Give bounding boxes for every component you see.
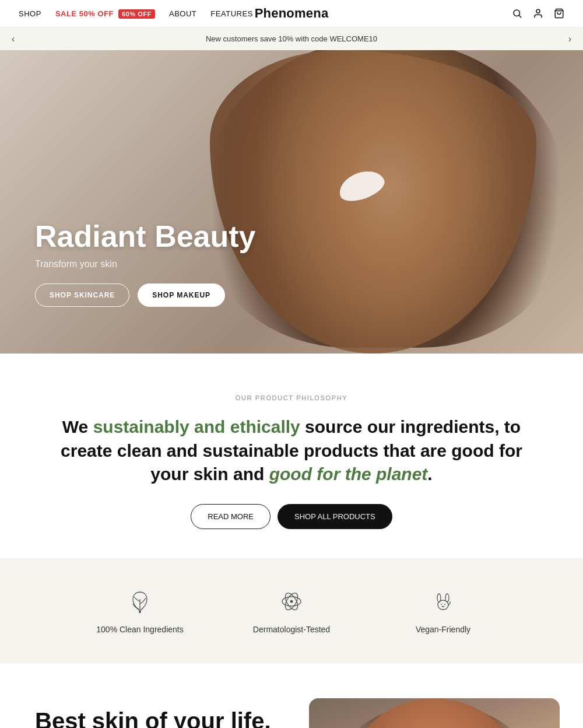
cart-icon[interactable]	[554, 8, 564, 19]
feature-clean: 100% Clean Ingredients	[64, 587, 216, 634]
announcement-next[interactable]: ›	[568, 34, 571, 44]
nav-sale[interactable]: SALE 50% OFF 60% OFF	[55, 9, 155, 18]
philosophy-italic: good for the planet	[269, 464, 428, 484]
navigation: SHOP SALE 50% OFF 60% OFF ABOUT FEATURES…	[0, 0, 583, 27]
leaf-icon	[126, 587, 154, 615]
philosophy-text: We sustainably and ethically source our …	[52, 415, 531, 487]
feature-derm: Dermatologist-Tested	[216, 587, 367, 634]
account-icon[interactable]	[533, 8, 543, 19]
svg-point-5	[139, 611, 141, 613]
nav-features[interactable]: FEATURES	[210, 9, 253, 18]
announcement-bar: ‹ New customers save 10% with code WELCO…	[0, 27, 583, 50]
hero-subtitle: Transform your skin	[35, 259, 256, 270]
hero-section: Radiant Beauty Transform your skin SHOP …	[0, 50, 583, 354]
shop-skincare-button[interactable]: SHOP SKINCARE	[35, 284, 129, 307]
nav-right	[512, 8, 564, 19]
bottom-text: Best skin of your life. Meet our secret …	[35, 698, 286, 729]
feature-vegan-label: Vegan-Friendly	[416, 625, 470, 634]
hero-content: Radiant Beauty Transform your skin SHOP …	[35, 220, 256, 307]
svg-line-1	[519, 15, 521, 17]
nav-left: SHOP SALE 50% OFF 60% OFF ABOUT FEATURES	[19, 9, 253, 18]
features-strip: 100% Clean Ingredients Dermatologist-Tes…	[0, 558, 583, 663]
read-more-button[interactable]: READ MORE	[191, 504, 271, 529]
feature-clean-label: 100% Clean Ingredients	[96, 625, 183, 634]
bottom-image	[309, 698, 560, 729]
svg-point-2	[536, 9, 540, 13]
search-icon[interactable]	[512, 8, 522, 19]
philosophy-label: OUR PRODUCT PHILOSOPHY	[35, 394, 548, 401]
announcement-text: New customers save 10% with code WELCOME…	[206, 34, 377, 43]
philosophy-section: OUR PRODUCT PHILOSOPHY We sustainably an…	[0, 354, 583, 558]
svg-point-9	[290, 600, 293, 603]
atom-icon	[278, 587, 305, 615]
hero-title: Radiant Beauty	[35, 220, 256, 253]
svg-point-0	[514, 10, 520, 16]
nav-shop[interactable]: SHOP	[19, 9, 41, 18]
feature-derm-label: Dermatologist-Tested	[253, 625, 330, 634]
shop-all-button[interactable]: SHOP ALL PRODUCTS	[278, 504, 392, 529]
announcement-prev[interactable]: ‹	[12, 34, 15, 44]
hero-background	[0, 50, 583, 354]
sale-badge: 60% OFF	[118, 9, 155, 19]
philosophy-highlight: sustainably and ethically	[93, 417, 300, 436]
philosophy-buttons: READ MORE SHOP ALL PRODUCTS	[35, 504, 548, 529]
svg-point-12	[445, 594, 449, 602]
svg-point-15	[448, 605, 449, 606]
nav-about[interactable]: ABOUT	[169, 9, 196, 18]
svg-point-14	[444, 604, 445, 605]
svg-point-13	[441, 604, 442, 605]
bottom-section: Best skin of your life. Meet our secret …	[0, 663, 583, 729]
philosophy-text-start: We	[62, 417, 93, 436]
svg-point-11	[437, 594, 441, 602]
bottom-face-decoration	[347, 698, 522, 729]
feature-vegan: Vegan-Friendly	[367, 587, 519, 634]
site-logo: Phenomena	[255, 6, 329, 21]
shop-makeup-button[interactable]: SHOP MAKEUP	[138, 284, 225, 307]
hero-buttons: SHOP SKINCARE SHOP MAKEUP	[35, 284, 256, 307]
philosophy-text-end: .	[427, 464, 432, 484]
rabbit-icon	[429, 587, 457, 615]
bottom-title: Best skin of your life. Meet our secret …	[35, 708, 286, 729]
